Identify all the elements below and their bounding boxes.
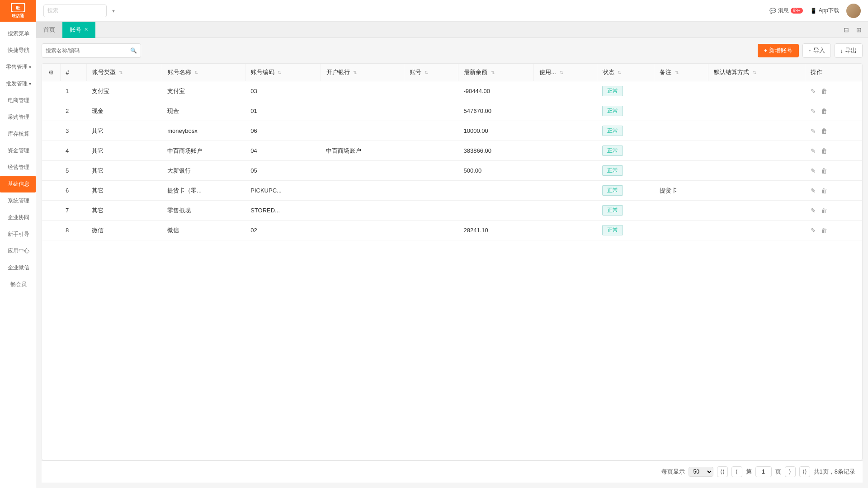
svg-text:旺: 旺 (16, 5, 20, 10)
top-search-box[interactable]: 搜索 (43, 5, 107, 17)
sidebar-item-search[interactable]: 搜索菜单 (0, 25, 36, 42)
tab-account[interactable]: 账号 ✕ (62, 22, 95, 38)
edit-btn[interactable]: ✎ (811, 88, 816, 95)
cell-balance: 547670.00 (458, 101, 534, 121)
chevron-down-icon: ▾ (29, 65, 31, 70)
sidebar-item-member[interactable]: 畅会员 (0, 276, 36, 293)
first-page-btn[interactable]: ⟨⟨ (717, 466, 728, 477)
last-page-btn[interactable]: ⟩⟩ (799, 466, 810, 477)
page-content: 🔍 + 新增账号 ↑ 导入 ↓ 导出 ⚙ # (36, 38, 868, 488)
cell-remark (654, 201, 708, 221)
delete-btn[interactable]: 🗑 (821, 127, 827, 135)
cell-usage (534, 121, 597, 141)
table-body: 1 支付宝 支付宝 03 -90444.00 正常 ✎ 🗑 2 现金 现金 01… (42, 81, 862, 240)
tab-maximize-btn[interactable]: ⊞ (854, 24, 864, 35)
col-action: 操作 (805, 64, 862, 81)
col-usage: 使用... ⇅ (534, 64, 597, 81)
next-page-btn[interactable]: ⟩ (785, 466, 796, 477)
delete-btn[interactable]: 🗑 (821, 187, 827, 194)
cell-bank (321, 81, 404, 101)
app-download-btn[interactable]: 📱 App下载 (810, 7, 839, 14)
sidebar-item-operations[interactable]: 经营管理 (0, 159, 36, 176)
cell-status: 正常 (597, 221, 654, 240)
sidebar-item-retail[interactable]: 零售管理 ▾ (0, 59, 36, 75)
cell-index: 6 (60, 181, 86, 201)
edit-btn[interactable]: ✎ (811, 127, 816, 135)
page-input[interactable] (755, 466, 772, 477)
status-badge: 正常 (602, 185, 623, 196)
app-name: 旺店通 (12, 13, 24, 19)
sidebar-item-ecommerce[interactable]: 电商管理 (0, 92, 36, 109)
cell-account (404, 141, 458, 161)
sidebar-item-finance[interactable]: 资金管理 (0, 142, 36, 159)
tab-close-icon[interactable]: ✕ (84, 27, 88, 33)
sidebar-item-inventory[interactable]: 库存核算 (0, 126, 36, 142)
sidebar-item-shortcuts[interactable]: 快捷导航 (0, 42, 36, 59)
cell-type: 支付宝 (86, 81, 162, 101)
export-btn[interactable]: ↓ 导出 (835, 43, 863, 58)
sidebar-item-newbie-guide[interactable]: 新手引导 (0, 226, 36, 243)
edit-btn[interactable]: ✎ (811, 227, 816, 234)
message-label: 消息 (778, 7, 789, 14)
edit-btn[interactable]: ✎ (811, 147, 816, 155)
cell-payment (708, 201, 805, 221)
import-btn[interactable]: ↑ 导入 (802, 43, 831, 58)
table-row: 3 其它 moneybosx 06 10000.00 正常 ✎ 🗑 (42, 121, 862, 141)
top-header: 搜索 ▾ 💬 消息 99+ 📱 App下载 (36, 0, 868, 22)
per-page-select[interactable]: 50 20 100 (689, 467, 713, 477)
sidebar-item-enterprise-collab[interactable]: 企业协同 (0, 209, 36, 226)
user-avatar[interactable] (846, 4, 861, 18)
delete-btn[interactable]: 🗑 (821, 108, 827, 115)
delete-btn[interactable]: 🗑 (821, 88, 827, 95)
page-of-label: 页 (775, 468, 781, 476)
message-btn[interactable]: 💬 消息 99+ (769, 7, 803, 14)
search-box[interactable]: 🔍 (42, 43, 141, 58)
sidebar-item-purchase[interactable]: 采购管理 (0, 109, 36, 126)
delete-btn[interactable]: 🗑 (821, 227, 827, 234)
col-settings[interactable]: ⚙ (42, 64, 60, 81)
import-icon: ↑ (808, 47, 811, 54)
sidebar-item-basic-info[interactable]: 基础信息 (0, 176, 36, 192)
sidebar: 旺 旺店通 搜索菜单 快捷导航 零售管理 ▾ 批发管理 ▾ 电商管理 采购管理 … (0, 0, 36, 488)
per-page-label: 每页显示 (661, 468, 685, 476)
edit-btn[interactable]: ✎ (811, 207, 816, 214)
cell-remark (654, 101, 708, 121)
cell-bank (321, 101, 404, 121)
edit-btn[interactable]: ✎ (811, 167, 816, 174)
sidebar-item-wholesale[interactable]: 批发管理 ▾ (0, 75, 36, 92)
tab-minimize-btn[interactable]: ⊟ (841, 24, 852, 35)
cell-index: 3 (60, 121, 86, 141)
delete-btn[interactable]: 🗑 (821, 147, 827, 155)
cell-balance: 383866.00 (458, 141, 534, 161)
status-badge: 正常 (602, 205, 623, 216)
prev-page-btn[interactable]: ⟨ (731, 466, 742, 477)
tab-home[interactable]: 首页 (36, 22, 62, 38)
sidebar-item-enterprise-wechat[interactable]: 企业微信 (0, 259, 36, 276)
cell-index: 1 (60, 81, 86, 101)
cell-payment (708, 221, 805, 240)
cell-code: STORED... (245, 201, 321, 221)
delete-btn[interactable]: 🗑 (821, 167, 827, 174)
col-payment: 默认结算方式 ⇅ (708, 64, 805, 81)
cell-type: 其它 (86, 161, 162, 181)
cell-status: 正常 (597, 141, 654, 161)
cell-account (404, 181, 458, 201)
cell-status: 正常 (597, 201, 654, 221)
cell-type: 其它 (86, 181, 162, 201)
cell-settings (42, 141, 60, 161)
edit-btn[interactable]: ✎ (811, 108, 816, 115)
delete-btn[interactable]: 🗑 (821, 207, 827, 214)
add-account-btn[interactable]: + 新增账号 (758, 44, 799, 57)
cell-action: ✎ 🗑 (805, 101, 862, 121)
cell-name: 提货卡（零... (162, 181, 245, 201)
col-status: 状态 ⇅ (597, 64, 654, 81)
search-input[interactable] (46, 47, 127, 54)
status-badge: 正常 (602, 145, 623, 156)
sidebar-item-system[interactable]: 系统管理 (0, 192, 36, 209)
sidebar-item-app-center[interactable]: 应用中心 (0, 243, 36, 259)
edit-btn[interactable]: ✎ (811, 187, 816, 194)
cell-action: ✎ 🗑 (805, 141, 862, 161)
cell-payment (708, 181, 805, 201)
dropdown-arrow-icon[interactable]: ▾ (112, 8, 115, 14)
col-code: 账号编码 ⇅ (245, 64, 321, 81)
